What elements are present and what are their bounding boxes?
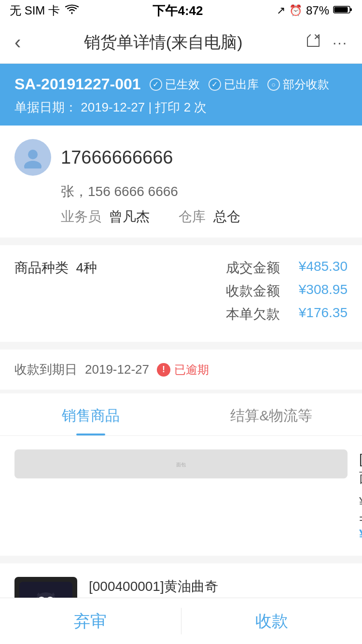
transaction-amount-label: 成交金额 [226, 259, 280, 277]
carrier-text: 无 SIM 卡 [10, 3, 60, 18]
status-time: 下午4:42 [153, 2, 203, 19]
status-bar: 无 SIM 卡 下午4:42 ↗ ⏰ 87% [0, 0, 362, 21]
warehouse-item: 仓库 总仓 [179, 208, 240, 226]
tabs-section: 销售商品 结算&物流等 [0, 393, 362, 436]
product-info-1: [0000002]面包 ¥40 x 5袋 = ¥199.99 [359, 449, 362, 542]
status-left: 无 SIM 卡 [10, 3, 79, 18]
more-icon[interactable]: ··· [333, 34, 348, 51]
check-icon-2: ✓ [209, 78, 221, 91]
received-amount-label: 收款金额 [226, 282, 280, 300]
battery-text: 87% [306, 4, 329, 17]
share-icon[interactable] [306, 33, 321, 52]
svg-rect-1 [350, 8, 352, 11]
product-price-row-1: ¥40 x 5袋 = ¥199.99 [359, 493, 362, 542]
status-right: ↗ ⏰ 87% [277, 4, 352, 17]
print-info: 打印 2 次 [155, 100, 207, 114]
tab-settlement-label: 结算&物流等 [230, 407, 312, 423]
tab-products[interactable]: 销售商品 [0, 393, 181, 435]
due-amount-label: 本单欠款 [226, 305, 280, 323]
product-total-1: ¥199.99 [359, 527, 362, 542]
status-shipped: ✓ 已出库 [209, 77, 259, 92]
customer-main: 17666666666 [14, 139, 348, 176]
separator: | [148, 100, 155, 114]
svg-text:面包: 面包 [176, 462, 186, 467]
due-date-value: 2019-12-27 [85, 362, 149, 377]
wifi-icon [65, 4, 79, 17]
svg-point-4 [24, 161, 42, 168]
item-type-count: 4种 [76, 260, 97, 275]
back-button[interactable]: ‹ [14, 31, 21, 53]
bottom-bar: 弃审 收款 [0, 598, 362, 644]
summary-left: 商品种类 4种 [14, 259, 97, 277]
summary-right: 成交金额 ¥485.30 收款金额 ¥308.95 本单欠款 ¥176.35 [226, 259, 348, 328]
order-date: 2019-12-27 [81, 100, 145, 114]
order-id-row: SA-20191227-001 ✓ 已生效 ✓ 已出库 ○ 部分收款 [14, 75, 348, 93]
warehouse-value: 总仓 [213, 208, 240, 226]
sales-rep-item: 业务员 曾凡杰 [61, 208, 150, 226]
clock-icon: ○ [267, 78, 280, 91]
overdue-dot-icon: ! [157, 363, 170, 377]
product-name-1: [0000002]面包 [359, 449, 362, 487]
tab-settlement[interactable]: 结算&物流等 [181, 393, 362, 435]
status-partial-payment: ○ 部分收款 [267, 77, 329, 92]
date-label: 单据日期： [14, 100, 77, 114]
status-effective: ✓ 已生效 [150, 77, 200, 92]
collect-payment-button[interactable]: 收款 [181, 598, 362, 644]
due-date-label: 收款到期日 [14, 361, 77, 378]
received-amount-row: 收款金额 ¥308.95 [226, 282, 348, 300]
order-date-row: 单据日期： 2019-12-27 | 打印 2 次 [14, 99, 348, 116]
summary-section: 商品种类 4种 成交金额 ¥485.30 收款金额 ¥308.95 本单欠款 ¥… [0, 245, 362, 342]
status-text-3: 部分收款 [283, 77, 329, 92]
overdue-badge: ! 已逾期 [157, 362, 209, 378]
sales-rep-label: 业务员 [61, 208, 101, 226]
location-icon: ↗ [277, 4, 285, 17]
svg-point-3 [28, 150, 38, 159]
avatar [14, 139, 51, 176]
transaction-amount-value: ¥485.30 [290, 259, 348, 277]
product-name-2: [000400001]黄油曲奇 [89, 577, 348, 596]
nav-actions: ··· [306, 33, 348, 52]
product-item: 面包 [0000002]面包 ¥40 x 5袋 = ¥199.99 [0, 436, 362, 556]
customer-section: 17666666666 张，156 6666 6666 业务员 曾凡杰 仓库 总… [0, 126, 362, 238]
page-title: 销货单详情(来自电脑) [84, 31, 243, 54]
alarm-icon: ⏰ [289, 4, 302, 17]
abandon-review-button[interactable]: 弃审 [0, 598, 181, 644]
due-date-section: 收款到期日 2019-12-27 ! 已逾期 [0, 350, 362, 390]
battery-icon [333, 4, 352, 17]
sales-rep-value: 曾凡杰 [109, 208, 150, 226]
received-amount-value: ¥308.95 [290, 282, 348, 300]
customer-phone: 17666666666 [61, 147, 173, 168]
item-type-row: 商品种类 4种 [14, 259, 97, 277]
status-text-1: 已生效 [165, 77, 200, 92]
due-amount-value: ¥176.35 [290, 305, 348, 323]
check-icon-1: ✓ [150, 78, 162, 91]
tab-products-label: 销售商品 [62, 407, 120, 423]
transaction-amount-row: 成交金额 ¥485.30 [226, 259, 348, 277]
order-header: SA-20191227-001 ✓ 已生效 ✓ 已出库 ○ 部分收款 单据日期：… [0, 64, 362, 126]
status-text-2: 已出库 [224, 77, 259, 92]
tabs: 销售商品 结算&物流等 [0, 393, 362, 435]
product-thumbnail-1: 面包 [14, 449, 348, 478]
order-id: SA-20191227-001 [14, 75, 141, 93]
item-type-label: 商品种类 [14, 260, 69, 275]
equals-1: = [359, 511, 362, 526]
warehouse-label: 仓库 [179, 208, 206, 226]
customer-meta: 业务员 曾凡杰 仓库 总仓 [14, 208, 348, 226]
due-amount-row: 本单欠款 ¥176.35 [226, 305, 348, 323]
customer-contact: 张，156 6666 6666 [14, 182, 348, 201]
product-price-1: ¥40 [359, 494, 362, 509]
overdue-text: 已逾期 [174, 362, 209, 378]
nav-bar: ‹ 销货单详情(来自电脑) ··· [0, 21, 362, 64]
svg-rect-2 [334, 7, 348, 13]
